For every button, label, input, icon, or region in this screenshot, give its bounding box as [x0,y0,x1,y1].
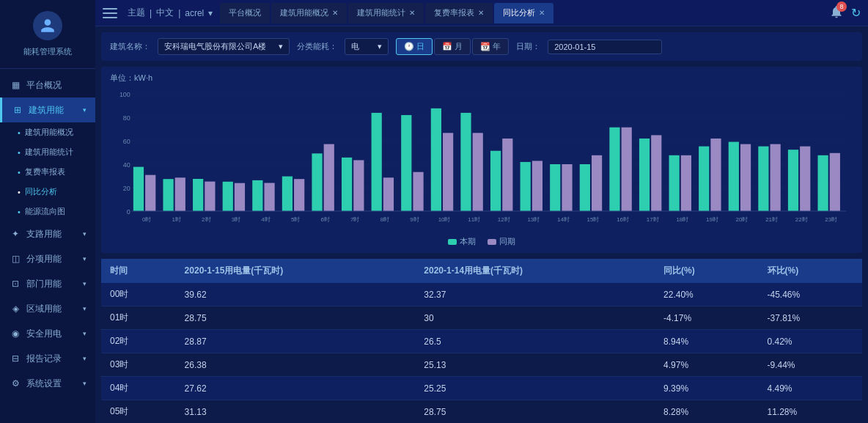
building-icon: ⊞ [11,103,24,117]
tab-building-stats[interactable]: 建筑用能统计 ✕ [348,3,424,23]
svg-rect-28 [609,128,619,211]
date-btn-day[interactable]: 🕐 日 [396,38,433,55]
sidebar-item-platform[interactable]: ▦ 平台概况 [0,73,95,98]
sidebar-item-platform-label: 平台概况 [26,79,62,92]
svg-rect-20 [372,113,382,211]
tab-building-stats-label: 建筑用能统计 [357,7,405,18]
svg-rect-50 [562,164,572,211]
tab-comparison[interactable]: 同比分析 ✕ [494,3,553,23]
svg-rect-53 [651,135,661,211]
svg-rect-12 [133,167,144,211]
svg-rect-42 [324,144,334,211]
refresh-button[interactable]: ↻ [851,6,861,20]
svg-text:2时: 2时 [202,216,210,223]
svg-rect-58 [800,147,810,211]
sidebar-item-reports[interactable]: ⊟ 报告记录 ▾ [0,346,95,371]
category-dropdown-icon: ▾ [378,42,382,51]
date-input[interactable] [548,40,662,54]
sidebar-item-safety[interactable]: ◉ 安全用电 ▾ [0,321,95,346]
svg-text:17时: 17时 [647,216,659,223]
report-icon: ⊟ [9,352,22,365]
svg-text:20时: 20时 [736,216,749,223]
svg-text:80: 80 [123,114,130,122]
tab-building-energy[interactable]: 建筑用能概况 ✕ [271,3,347,23]
chevron-down-icon: ▾ [83,355,87,362]
svg-rect-18 [312,153,322,211]
sidebar-item-area-label: 区域用能 [26,303,62,315]
sidebar-item-branch[interactable]: ✦ 支路用能 ▾ [0,221,95,246]
date-btn-year[interactable]: 📆 年 [472,38,509,55]
tab-building-stats-close[interactable]: ✕ [409,9,415,17]
bar-chart: 0204060801000时1时2时3时4时5时6时7时8时9时10时11时12… [110,87,853,233]
svg-rect-35 [817,155,828,211]
svg-text:12时: 12时 [498,216,510,223]
svg-text:11时: 11时 [468,216,480,223]
sidebar-item-dept[interactable]: ⊡ 部门用能 ▾ [0,271,95,296]
svg-text:5时: 5时 [291,216,300,223]
sidebar-item-recovery-rate[interactable]: 复费率报表 [0,162,95,182]
svg-rect-32 [729,142,739,211]
sub-item-label: 复费率报表 [25,166,65,177]
table-row: 02时28.8726.58.94%0.42% [101,330,862,353]
svg-text:13时: 13时 [527,216,540,223]
date-label: 日期： [516,41,540,52]
user-label[interactable]: acrel [185,8,204,18]
svg-rect-36 [145,175,155,211]
hamburger-icon[interactable] [103,8,117,18]
svg-text:0: 0 [127,208,130,216]
svg-text:1时: 1时 [172,216,181,223]
sidebar-item-settings[interactable]: ⚙ 系统设置 ▾ [0,371,95,396]
svg-text:9时: 9时 [410,216,419,223]
legend-current: 本期 [448,236,476,247]
sidebar-item-building-overview[interactable]: 建筑用能概况 [0,122,95,142]
tab-comparison-close[interactable]: ✕ [539,9,545,17]
sub-icon: ◫ [9,252,22,265]
svg-rect-33 [758,147,768,211]
svg-rect-56 [740,144,751,211]
tab-platform[interactable]: 平台概况 [220,3,270,23]
chevron-down-icon: ▾ [83,380,87,387]
building-select[interactable]: 安科瑞电气股份有限公司A楼 ▾ [158,38,290,55]
user-dropdown-icon[interactable]: ▾ [208,8,213,18]
sub-item-label: 同比分析 [25,186,57,197]
theme-label: 主题 [128,7,145,19]
lang-label[interactable]: 中文 [156,7,174,19]
sidebar-item-energy-flow[interactable]: 能源流向图 [0,202,95,221]
chart-legend: 本期 同期 [110,236,853,247]
svg-rect-22 [431,108,441,211]
separator2: | [178,8,180,18]
tab-building-energy-close[interactable]: ✕ [332,9,338,17]
svg-text:7时: 7时 [350,216,359,223]
svg-rect-26 [550,164,560,211]
building-label: 建筑名称： [110,41,150,52]
building-submenu: 建筑用能概况 建筑用能统计 复费率报表 同比分析 能源流向图 [0,122,95,221]
filter-bar: 建筑名称： 安科瑞电气股份有限公司A楼 ▾ 分类能耗： 电 ▾ 🕐 日 📅 月 … [101,32,862,61]
table-row: 01时28.7530-4.17%-37.81% [101,306,862,330]
svg-text:0时: 0时 [142,216,151,223]
table-row: 04时27.6225.259.39%4.49% [101,377,862,400]
building-value: 安科瑞电气股份有限公司A楼 [164,41,266,52]
main-area: 主题 | 中文 | acrel ▾ 平台概况 建筑用能概况 ✕ 建筑用能统计 ✕… [95,0,868,423]
date-btn-month[interactable]: 📅 月 [434,38,471,55]
svg-text:3时: 3时 [232,216,240,223]
legend-prev: 同期 [488,236,515,247]
topbar-right: 8 ↻ [829,4,861,21]
svg-rect-38 [205,182,215,211]
sidebar-item-area[interactable]: ◈ 区域用能 ▾ [0,296,95,321]
sidebar-item-building-label: 建筑用能 [29,104,64,117]
sidebar-item-building-stats[interactable]: 建筑用能统计 [0,142,95,162]
svg-rect-41 [294,179,304,211]
sidebar-item-sub-energy[interactable]: ◫ 分项用能 ▾ [0,246,95,271]
svg-text:16时: 16时 [617,216,629,223]
sidebar-item-branch-label: 支路用能 [26,228,62,240]
tab-recovery-rate-close[interactable]: ✕ [478,9,484,17]
sidebar-item-building-energy[interactable]: ⊞ 建筑用能 ▾ [0,98,95,122]
svg-text:23时: 23时 [825,216,837,223]
svg-rect-25 [521,162,531,211]
svg-rect-43 [353,160,364,211]
sidebar-item-comparison[interactable]: 同比分析 [0,182,95,202]
category-select[interactable]: 电 ▾ [345,38,389,55]
svg-rect-48 [502,139,512,211]
tab-recovery-rate[interactable]: 复费率报表 ✕ [425,3,493,23]
notification-button[interactable]: 8 [829,4,844,21]
